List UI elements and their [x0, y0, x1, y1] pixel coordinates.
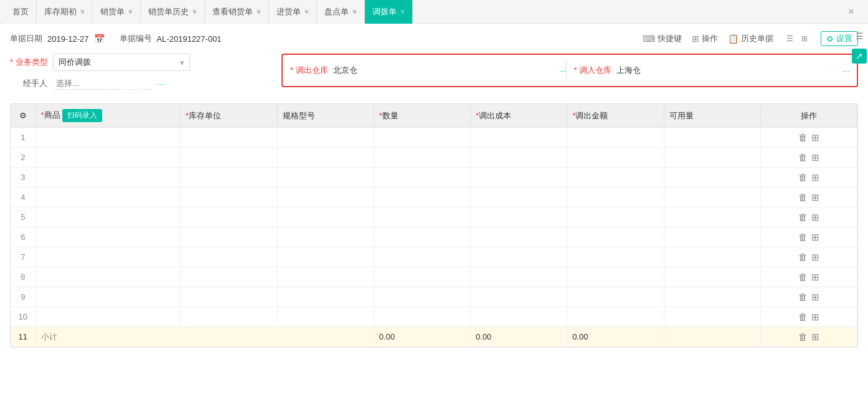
spec-cell[interactable]: [277, 307, 374, 327]
cost-cell[interactable]: [471, 207, 567, 227]
unit-cell[interactable]: [181, 128, 277, 148]
delete-icon[interactable]: 🗑: [798, 172, 808, 183]
product-cell[interactable]: [35, 128, 181, 148]
amount-cell[interactable]: [567, 267, 664, 287]
scan-button[interactable]: 扫码录入: [62, 109, 102, 122]
qty-cell[interactable]: [374, 148, 470, 168]
delete-icon[interactable]: 🗑: [798, 312, 808, 323]
product-cell[interactable]: [35, 287, 181, 307]
unit-cell[interactable]: [181, 188, 277, 207]
spec-cell[interactable]: [277, 128, 374, 148]
unit-cell[interactable]: [181, 267, 277, 287]
cost-cell[interactable]: [471, 188, 567, 207]
delete-icon[interactable]: 🗑: [798, 152, 808, 163]
copy-icon[interactable]: ⊞: [811, 292, 819, 303]
transfer-out-more-button[interactable]: ···: [559, 66, 566, 75]
tab-inventory-init-close[interactable]: ×: [80, 7, 85, 16]
qty-cell[interactable]: [374, 128, 470, 148]
copy-icon[interactable]: ⊞: [811, 132, 819, 143]
unit-cell[interactable]: [181, 168, 277, 188]
spec-cell[interactable]: [277, 188, 374, 207]
cost-cell[interactable]: [471, 287, 567, 307]
product-cell[interactable]: [35, 188, 181, 207]
cost-cell[interactable]: [471, 267, 567, 287]
tab-transfer-close[interactable]: ×: [400, 7, 405, 16]
tab-purchase-order-close[interactable]: ×: [304, 7, 309, 16]
unit-cell[interactable]: [181, 148, 277, 168]
amount-cell[interactable]: [567, 247, 664, 267]
copy-icon[interactable]: ⊞: [811, 272, 819, 283]
spec-cell[interactable]: [277, 227, 374, 247]
product-cell[interactable]: [35, 227, 181, 247]
delete-icon[interactable]: 🗑: [798, 272, 808, 283]
handler-input[interactable]: [52, 77, 152, 90]
unit-cell[interactable]: [181, 307, 277, 327]
handler-more-button[interactable]: ···: [157, 79, 164, 88]
cost-cell[interactable]: [471, 307, 567, 327]
history-button[interactable]: 📋 历史单据: [728, 33, 773, 44]
copy-icon[interactable]: ⊞: [811, 252, 819, 263]
operate-button[interactable]: ⊞ 操作: [692, 33, 718, 44]
spec-cell[interactable]: [277, 148, 374, 168]
sidebar-export-icon[interactable]: ↗: [852, 49, 867, 64]
qty-cell[interactable]: [374, 207, 470, 227]
qty-cell[interactable]: [374, 307, 470, 327]
spec-cell[interactable]: [277, 168, 374, 188]
spec-cell[interactable]: [277, 247, 374, 267]
delete-icon[interactable]: 🗑: [798, 292, 808, 303]
amount-cell[interactable]: [567, 148, 664, 168]
delete-icon[interactable]: 🗑: [798, 232, 808, 243]
product-cell[interactable]: [35, 267, 181, 287]
spec-cell[interactable]: [277, 207, 374, 227]
amount-cell[interactable]: [567, 207, 664, 227]
layout-grid-icon[interactable]: ⊞: [798, 32, 811, 45]
copy-icon[interactable]: ⊞: [811, 192, 819, 203]
cost-cell[interactable]: [471, 128, 567, 148]
close-window-button[interactable]: ×: [839, 0, 863, 24]
cost-cell[interactable]: [471, 227, 567, 247]
tab-inventory-init[interactable]: 库存期初 ×: [37, 0, 93, 24]
qty-cell[interactable]: [374, 227, 470, 247]
calendar-icon[interactable]: 📅: [94, 34, 105, 44]
amount-cell[interactable]: [567, 227, 664, 247]
product-cell[interactable]: [35, 168, 181, 188]
unit-cell[interactable]: [181, 287, 277, 307]
tab-view-sales-close[interactable]: ×: [257, 7, 261, 16]
qty-cell[interactable]: [374, 168, 470, 188]
sidebar-list-icon[interactable]: ☰: [852, 29, 867, 44]
copy-icon[interactable]: ⊞: [811, 312, 819, 323]
cost-cell[interactable]: [471, 247, 567, 267]
tab-home[interactable]: 首页: [5, 0, 37, 24]
business-type-select[interactable]: 同价调拨 ▾: [53, 54, 190, 71]
copy-icon[interactable]: ⊞: [811, 152, 819, 163]
amount-cell[interactable]: [567, 307, 664, 327]
tab-inventory-count-close[interactable]: ×: [352, 7, 357, 16]
unit-cell[interactable]: [181, 207, 277, 227]
amount-cell[interactable]: [567, 128, 664, 148]
th-settings[interactable]: ⚙: [11, 104, 35, 128]
tab-sales-order[interactable]: 销货单 ×: [93, 0, 141, 24]
qty-cell[interactable]: [374, 287, 470, 307]
tab-view-sales[interactable]: 查看销货单 ×: [205, 0, 269, 24]
layout-lines-icon[interactable]: ☰: [783, 32, 796, 45]
unit-cell[interactable]: [181, 247, 277, 267]
tab-inventory-count[interactable]: 盘点单 ×: [317, 0, 365, 24]
spec-cell[interactable]: [277, 267, 374, 287]
product-cell[interactable]: [35, 307, 181, 327]
product-cell[interactable]: [35, 148, 181, 168]
cost-cell[interactable]: [471, 168, 567, 188]
tab-transfer[interactable]: 调拨单 ×: [365, 0, 413, 24]
delete-icon[interactable]: 🗑: [798, 331, 808, 343]
unit-cell[interactable]: [181, 227, 277, 247]
amount-cell[interactable]: [567, 188, 664, 207]
transfer-in-more-button[interactable]: ···: [842, 66, 849, 75]
product-cell[interactable]: [35, 207, 181, 227]
shortcut-button[interactable]: ⌨ 快捷键: [643, 33, 682, 44]
product-cell[interactable]: [35, 247, 181, 267]
amount-cell[interactable]: [567, 168, 664, 188]
delete-icon[interactable]: 🗑: [798, 252, 808, 263]
copy-icon[interactable]: ⊞: [811, 172, 819, 183]
copy-icon[interactable]: ⊞: [811, 331, 819, 343]
tab-purchase-order[interactable]: 进货单 ×: [269, 0, 317, 24]
qty-cell[interactable]: [374, 188, 470, 207]
